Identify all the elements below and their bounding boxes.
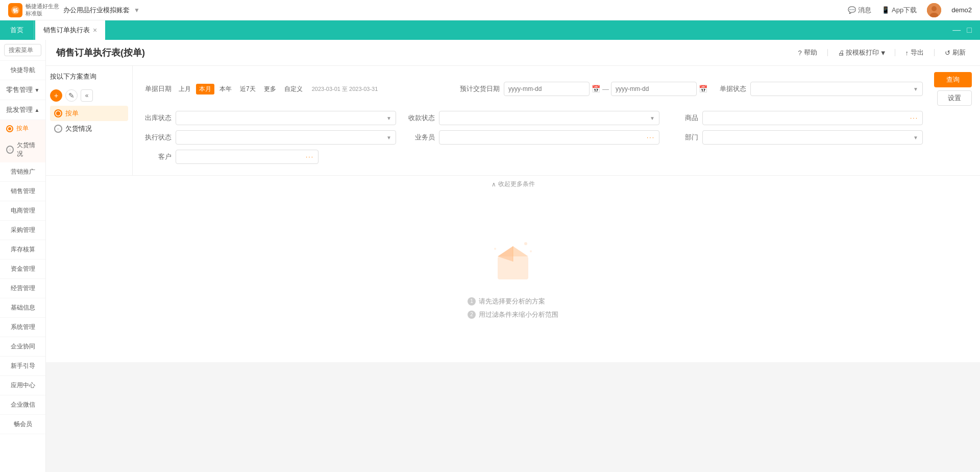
- breadcrumb-arrow[interactable]: ▼: [134, 7, 140, 14]
- goods-select[interactable]: ···: [702, 111, 923, 125]
- empty-illustration: [487, 233, 538, 285]
- logo-text: 畅捷通好生意 标准版: [26, 3, 59, 16]
- delivery-date-start[interactable]: [504, 82, 590, 96]
- sidebar-item-enterprise-wechat[interactable]: 企业微信: [0, 395, 45, 415]
- minimize-btn[interactable]: —: [952, 26, 961, 35]
- collapse-up-icon: ∧: [492, 181, 496, 188]
- delivery-date-sep: —: [602, 85, 609, 93]
- message-nav[interactable]: 💬 消息: [848, 6, 871, 15]
- btn-this-year[interactable]: 本年: [216, 84, 235, 95]
- scheme-item-debt[interactable]: ○ 欠货情况: [50, 121, 128, 136]
- delivery-date-label: 预计交货日期: [460, 84, 500, 93]
- exec-status-arrow: ▼: [386, 135, 391, 140]
- edit-scheme-btn[interactable]: ✎: [65, 89, 78, 102]
- tab-active[interactable]: 销售订单执行表 ×: [35, 20, 105, 40]
- exec-status-select[interactable]: ▼: [176, 130, 396, 145]
- svg-point-3: [932, 6, 937, 11]
- filter-field-date: 单据日期 上月 本月 本年 近7天 更多 自定义 2023-03-01 至 20…: [141, 84, 452, 95]
- salesperson-more-dots: ···: [647, 134, 655, 141]
- delivery-date-end[interactable]: [611, 82, 697, 96]
- tab-close-btn[interactable]: ×: [93, 26, 97, 34]
- add-scheme-btn[interactable]: +: [50, 89, 62, 102]
- logo-area[interactable]: 畅 畅捷通好生意 标准版: [8, 3, 59, 17]
- maximize-btn[interactable]: □: [967, 26, 972, 35]
- btn-last-month[interactable]: 上月: [176, 84, 194, 95]
- sidebar-item-purchase[interactable]: 采购管理: [0, 221, 45, 240]
- svg-point-10: [524, 242, 527, 245]
- basic-info-label: 基础信息: [11, 304, 35, 311]
- export-label: 导出: [911, 48, 924, 57]
- query-button[interactable]: 查询: [934, 72, 972, 87]
- doc-status-select[interactable]: ▼: [750, 82, 923, 96]
- salesperson-label: 业务员: [404, 133, 435, 142]
- sidebar-item-marketing[interactable]: 营销推广: [0, 162, 45, 182]
- settings-button[interactable]: 设置: [937, 90, 972, 106]
- user-avatar[interactable]: [927, 3, 941, 17]
- sidebar-item-sales-mgmt[interactable]: 销售管理: [0, 182, 45, 201]
- filter-field-delivery-date: 预计交货日期 📅 — 📅: [460, 82, 707, 96]
- date-range-display: 2023-03-01 至 2023-03-31: [312, 85, 378, 93]
- app-download-nav[interactable]: 📱 App下载: [881, 6, 917, 15]
- empty-tip-1: 1 请先选择要分析的方案: [468, 295, 558, 308]
- sidebar-item-quick-nav[interactable]: 快捷导航: [0, 61, 45, 80]
- collapse-scheme-btn[interactable]: «: [81, 89, 93, 102]
- sidebar-item-member[interactable]: 畅会员: [0, 415, 45, 434]
- tab-home[interactable]: 首页: [0, 20, 34, 40]
- refresh-icon: ↺: [945, 49, 950, 57]
- receipt-status-select[interactable]: ▼: [439, 111, 659, 125]
- department-select[interactable]: ▼: [702, 130, 923, 145]
- sidebar-item-finance[interactable]: 资金管理: [0, 259, 45, 279]
- btn-7-days[interactable]: 近7天: [237, 84, 259, 95]
- sidebar-item-app-center[interactable]: 应用中心: [0, 376, 45, 395]
- page-actions: ? 帮助 🖨 按模板打印 ▼ ↑ 导出 ↺ 刷新: [794, 46, 970, 59]
- delivery-date-icon-1[interactable]: 📅: [592, 85, 600, 93]
- btn-this-month[interactable]: 本月: [196, 84, 214, 95]
- sidebar: 快捷导航 零售管理 ▼ 批发管理 ▲ 按单 ○ 欠货情况: [0, 40, 46, 472]
- out-stock-select[interactable]: ▼: [176, 111, 396, 125]
- sidebar-sub-item-order[interactable]: 按单: [0, 120, 45, 137]
- salesperson-select[interactable]: ···: [439, 130, 659, 145]
- date-quick-btns: 上月 本月 本年 近7天 更多 自定义: [176, 84, 306, 95]
- empty-state: 1 请先选择要分析的方案 2 用过滤条件来缩小分析范围: [46, 193, 980, 362]
- refresh-button[interactable]: ↺ 刷新: [941, 46, 970, 59]
- sidebar-item-enterprise-coop[interactable]: 企业协同: [0, 337, 45, 357]
- operation-label: 经营管理: [11, 285, 35, 292]
- btn-more[interactable]: 更多: [261, 84, 279, 95]
- sub-debt-label: 欠货情况: [17, 141, 39, 158]
- top-bar-right: 💬 消息 📱 App下载 demo2: [848, 3, 972, 17]
- sidebar-item-sys-mgmt[interactable]: 系统管理: [0, 318, 45, 337]
- tab-bar: 首页 销售订单执行表 × — □: [0, 20, 980, 40]
- export-button[interactable]: ↑ 导出: [901, 46, 928, 59]
- sidebar-item-basic-info[interactable]: 基础信息: [0, 298, 45, 318]
- sidebar-item-retail-mgmt[interactable]: 零售管理 ▼: [0, 80, 45, 100]
- scheme-item-order[interactable]: 按单: [50, 106, 128, 121]
- sidebar-item-operation[interactable]: 经营管理: [0, 279, 45, 298]
- sub-dot-inner: [8, 127, 11, 130]
- sidebar-item-inventory[interactable]: 库存核算: [0, 240, 45, 259]
- search-menu-input[interactable]: [4, 44, 41, 56]
- print-dropdown-arrow[interactable]: ▼: [880, 49, 887, 57]
- sidebar-item-ecommerce[interactable]: 电商管理: [0, 201, 45, 221]
- app-icon: 📱: [881, 6, 890, 14]
- retail-mgmt-arrow: ▼: [35, 87, 40, 93]
- sub-dot-order: [6, 125, 13, 132]
- collapse-more-btn[interactable]: ∧ 收起更多条件: [46, 175, 980, 193]
- filter-field-department: 部门 ▼: [668, 130, 923, 145]
- sidebar-item-new-user[interactable]: 新手引导: [0, 357, 45, 376]
- btn-custom[interactable]: 自定义: [281, 84, 306, 95]
- divider-3: [934, 49, 935, 56]
- help-button[interactable]: ? 帮助: [794, 46, 821, 59]
- sidebar-sub-item-debt[interactable]: ○ 欠货情况: [0, 137, 45, 162]
- tip-text-2: 用过滤条件来缩小分析范围: [479, 308, 558, 321]
- svg-text:畅: 畅: [13, 8, 18, 13]
- top-bar-left: 畅 畅捷通好生意 标准版 办公用品行业模拟账套 ▼: [8, 3, 140, 17]
- sidebar-item-wholesale-mgmt[interactable]: 批发管理 ▲: [0, 100, 45, 120]
- tab-bar-actions: — □: [952, 26, 980, 35]
- filter-field-goods: 商品 ···: [668, 111, 923, 125]
- divider-1: [827, 49, 828, 56]
- print-icon: 🖨: [838, 49, 845, 57]
- delivery-date-icon-2[interactable]: 📅: [699, 85, 707, 93]
- page-header: 销售订单执行表(按单) ? 帮助 🖨 按模板打印 ▼ ↑ 导出: [46, 40, 980, 66]
- print-button[interactable]: 🖨 按模板打印 ▼: [834, 46, 889, 59]
- customer-select[interactable]: ···: [176, 150, 318, 164]
